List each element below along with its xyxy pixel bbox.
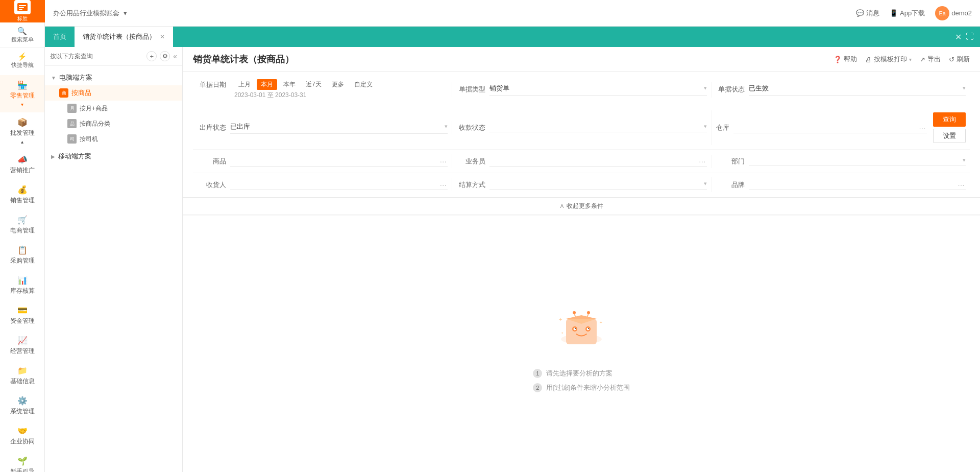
settings-scheme-btn[interactable]: ⚙	[160, 51, 170, 61]
sidebar-label-system: 系统管理	[10, 407, 35, 416]
warehouse-input[interactable]: …	[733, 123, 927, 133]
topbar-right: 💬 消息 📱 App下载 Ea demo2	[856, 6, 972, 20]
sidebar-label-enterprise: 企业协同	[10, 437, 35, 446]
sidebar-item-inventory[interactable]: 📊 库存核算	[0, 270, 44, 300]
doc-status-label: 单据状态	[716, 85, 749, 94]
system-icon: ⚙️	[17, 396, 28, 406]
export-btn[interactable]: ↗ 导出	[920, 55, 941, 64]
doc-status-dropdown[interactable]: ▾	[963, 85, 966, 91]
date-btn-this-year[interactable]: 本年	[279, 79, 300, 90]
enterprise-icon: 🤝	[17, 426, 28, 436]
doc-status-input[interactable]: 已生效 ▾	[749, 84, 966, 96]
print-dropdown-icon[interactable]: ▾	[909, 57, 912, 62]
sidebar-item-ecommerce[interactable]: 🛒 电商管理	[0, 210, 44, 240]
left-scheme-panel: 按以下方案查询 + ⚙ « ▼ 电脑端方案 商 按商品	[45, 47, 183, 472]
brand-label: 品牌	[716, 180, 749, 190]
tab-expand-btn[interactable]: ⛶	[966, 32, 974, 41]
tab-close-icon[interactable]: ✕	[160, 33, 165, 40]
collapse-scheme-btn[interactable]: «	[173, 52, 177, 60]
settings-button[interactable]: 设置	[933, 129, 966, 143]
sidebar-item-newbie[interactable]: 🌱 新手引导	[0, 451, 44, 472]
svg-rect-3	[19, 9, 22, 10]
sidebar-item-enterprise[interactable]: 🤝 企业协同	[0, 421, 44, 451]
brand-dots[interactable]: …	[958, 179, 966, 187]
sub-item-month-goods-icon: 月	[67, 104, 77, 113]
user-profile[interactable]: Ea demo2	[935, 6, 972, 20]
query-button[interactable]: 查询	[933, 112, 966, 127]
out-status-label: 出库状态	[197, 123, 230, 132]
sidebar-item-basics[interactable]: 📁 基础信息	[0, 361, 44, 391]
sidebar-label-marketing: 营销推广	[10, 166, 35, 175]
brand-input[interactable]: …	[749, 179, 966, 190]
settle-input[interactable]: ▾	[489, 180, 706, 190]
retail-icon: 🏪	[17, 80, 28, 90]
sidebar-item-wholesale[interactable]: 📦 批发管理 ▴	[0, 112, 44, 150]
date-btn-custom[interactable]: 自定义	[350, 79, 377, 90]
message-btn[interactable]: 💬 消息	[856, 9, 879, 18]
logo-text: 标胜	[17, 15, 28, 22]
date-btn-prev-month[interactable]: 上月	[234, 79, 255, 90]
marketing-icon: 📣	[17, 155, 28, 164]
out-status-dropdown[interactable]: ▾	[445, 123, 448, 130]
topbar-dropdown-arrow[interactable]: ▾	[124, 9, 127, 17]
sidebar-quick-nav[interactable]: ⚡ 快捷导航	[0, 48, 44, 73]
empty-hint-2: 2 用[过滤]条件来缩小分析范围	[533, 383, 629, 392]
sidebar-item-marketing[interactable]: 📣 营销推广	[0, 150, 44, 180]
inventory-icon: 📊	[17, 275, 28, 285]
print-btn[interactable]: 🖨 按模板打印 ▾	[865, 55, 912, 64]
doc-type-dropdown[interactable]: ▾	[704, 85, 707, 91]
doc-type-value: 销货单	[489, 84, 509, 93]
help-btn[interactable]: ❓ 帮助	[834, 55, 857, 64]
ecommerce-icon: 🛒	[17, 215, 28, 225]
receipt-status-dropdown[interactable]: ▾	[704, 123, 707, 130]
salesman-input[interactable]: …	[489, 156, 706, 167]
mobile-scheme-category[interactable]: ▶ 移动端方案	[45, 149, 182, 164]
department-input[interactable]: ▾	[749, 157, 966, 166]
sidebar-item-purchase[interactable]: 📋 采购管理	[0, 240, 44, 270]
out-status-input[interactable]: 已出库 ▾	[230, 122, 448, 134]
desktop-scheme-category[interactable]: ▼ 电脑端方案	[45, 70, 182, 85]
doc-type-input[interactable]: 销货单 ▾	[489, 84, 706, 96]
sidebar-item-retail[interactable]: 🏪 零售管理 ▾	[0, 75, 44, 112]
receiver-dots[interactable]: …	[439, 179, 448, 187]
sidebar-item-system[interactable]: ⚙️ 系统管理	[0, 391, 44, 421]
goods-dots[interactable]: …	[439, 156, 448, 164]
sidebar-label-wholesale: 批发管理	[10, 129, 35, 137]
warehouse-dots[interactable]: …	[919, 123, 927, 131]
goods-input[interactable]: …	[230, 156, 448, 167]
date-btn-7days[interactable]: 近7天	[302, 79, 326, 90]
receipt-status-input[interactable]: ▾	[489, 123, 706, 132]
svg-rect-2	[19, 7, 24, 8]
tab-close-btn[interactable]: ✕	[955, 32, 962, 42]
svg-text:✦: ✦	[561, 332, 564, 335]
department-dropdown[interactable]: ▾	[963, 157, 966, 163]
topbar-left: 办公用品行业模拟账套 ▾	[53, 9, 127, 18]
empty-illustration: ✦ ✦ ✦	[551, 296, 612, 359]
date-btn-more[interactable]: 更多	[328, 79, 348, 90]
salesman-dots[interactable]: …	[699, 156, 707, 164]
receipt-status-label: 收款状态	[456, 123, 489, 132]
tab-home[interactable]: 首页	[45, 27, 75, 47]
add-scheme-btn[interactable]: +	[146, 51, 157, 61]
svg-text:✦: ✦	[599, 320, 603, 325]
sidebar-item-finance[interactable]: 💳 资金管理	[0, 300, 44, 331]
receiver-input[interactable]: …	[230, 179, 448, 190]
date-btn-this-month[interactable]: 本月	[257, 79, 277, 90]
sub-item-month-goods-label: 按月+商品	[80, 104, 108, 113]
sidebar-item-sales[interactable]: 💰 销售管理	[0, 180, 44, 210]
scheme-item-by-goods[interactable]: 商 按商品	[45, 85, 182, 101]
collapse-more-btn[interactable]: ∧ 收起更多条件	[559, 202, 603, 210]
sidebar-search[interactable]: 🔍 搜索菜单	[0, 22, 44, 48]
scheme-sub-item-month-goods[interactable]: 月 按月+商品	[45, 101, 182, 116]
tab-active[interactable]: 销货单统计表（按商品） ✕	[75, 27, 173, 47]
sidebar-item-operations[interactable]: 📈 经营管理	[0, 331, 44, 361]
page-title: 销货单统计表（按商品）	[193, 53, 294, 72]
sidebar-label-newbie: 新手引导	[10, 467, 35, 472]
app-download-btn[interactable]: 📱 App下载	[890, 9, 925, 18]
scheme-sub-item-category[interactable]: 品 按商品分类	[45, 116, 182, 131]
sidebar-logo[interactable]: 标胜	[0, 0, 45, 22]
scheme-sub-item-driver[interactable]: 司 按司机	[45, 131, 182, 147]
tab-expand-controls: ✕ ⛶	[955, 32, 980, 42]
refresh-btn[interactable]: ↺ 刷新	[949, 55, 970, 64]
settle-dropdown[interactable]: ▾	[704, 180, 707, 187]
